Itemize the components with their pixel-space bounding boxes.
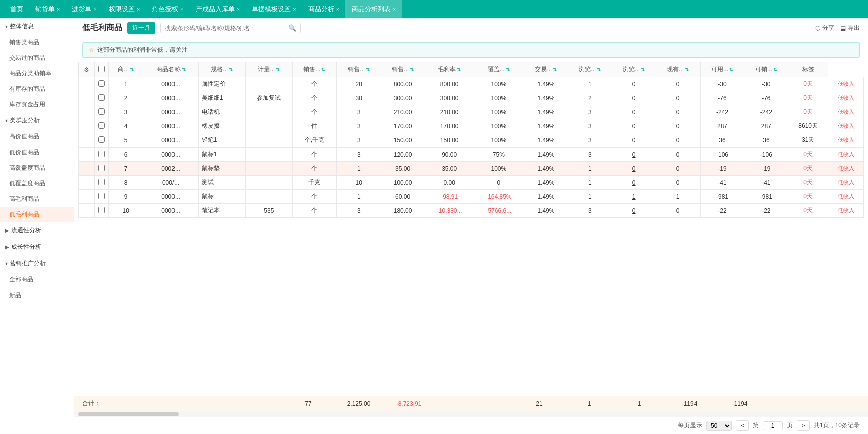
nav-goods-analysis-list[interactable]: 商品分析列表 × [345, 0, 402, 18]
col-spec: 规格...⇅ [198, 62, 245, 77]
row-name[interactable]: 橡皮擦 [198, 119, 245, 133]
sidebar-group-growth[interactable]: ▶ 成长性分析 [0, 239, 74, 255]
nav-role-close[interactable]: × [180, 6, 183, 12]
sidebar-item-low-coverage[interactable]: 低覆盖度商品 [0, 176, 74, 191]
row-checkbox[interactable] [98, 108, 105, 115]
search-input[interactable] [165, 25, 288, 32]
current-page-input[interactable] [763, 421, 783, 430]
row-cover-rate: 1.49% [524, 162, 568, 176]
row-checkbox-cell [95, 77, 109, 91]
page-title: 低毛利商品 [82, 23, 122, 33]
sidebar-item-high-profit[interactable]: 高毛利商品 [0, 191, 74, 207]
nav-sales[interactable]: 销货单 × [29, 0, 66, 18]
col-trade-count: 交易...⇅ [524, 62, 568, 77]
sidebar-item-category-rate[interactable]: 商品分类助销率 [0, 66, 74, 81]
row-number: 2 [109, 91, 143, 105]
nav-template-close[interactable]: × [293, 6, 296, 12]
row-name[interactable]: 属性定价 [198, 77, 245, 91]
row-browse1[interactable]: 0 [612, 162, 656, 176]
nav-product-entry-close[interactable]: × [237, 6, 240, 12]
next-page-btn[interactable]: ＞ [797, 420, 810, 431]
row-name[interactable]: 电话机 [198, 105, 245, 119]
row-checkbox[interactable] [98, 151, 105, 157]
row-browse1[interactable]: 0 [612, 204, 656, 218]
nav-sales-close[interactable]: × [57, 6, 60, 12]
table-row: 6 0000... 鼠标1 个 3 120.00 90.00 75% 1.49%… [79, 148, 864, 162]
row-sales-price: 170.00 [381, 119, 425, 133]
row-checkbox[interactable] [98, 193, 105, 199]
nav-product-entry[interactable]: 产成品入库单 × [190, 0, 246, 18]
nav-home[interactable]: 首页 [4, 0, 29, 18]
row-checkbox[interactable] [98, 80, 105, 87]
sidebar-item-all-goods[interactable]: 全部商品 [0, 272, 74, 287]
sidebar-group-marketing[interactable]: ▾ 营销推广分析 [0, 255, 74, 272]
nav-permission-close[interactable]: × [137, 6, 140, 12]
nav-goods-analysis[interactable]: 商品分析 × [302, 0, 345, 18]
sidebar-item-high-value[interactable]: 高价值商品 [0, 129, 74, 144]
row-browse1[interactable]: 0 [612, 148, 656, 162]
col-checkbox[interactable] [95, 62, 109, 77]
row-name[interactable]: 测试 [198, 176, 245, 190]
row-name[interactable]: 鼠标1 [198, 148, 245, 162]
row-current-stock: -22 [700, 204, 744, 218]
row-name[interactable]: 鼠标 [198, 190, 245, 204]
sidebar-item-stock-capital[interactable]: 库存资金占用 [0, 97, 74, 112]
row-name[interactable]: 鼠标垫 [198, 162, 245, 176]
row-browse1[interactable]: 0 [612, 176, 656, 190]
sidebar-item-new-goods[interactable]: 新品 [0, 287, 74, 303]
row-sales-qty: 20 [336, 77, 381, 91]
row-name[interactable]: 笔记本 [198, 204, 245, 218]
sidebar-item-high-coverage[interactable]: 高覆盖度商品 [0, 160, 74, 176]
page-unit-label: 页 [787, 421, 793, 430]
footer-total-label: 合计： [82, 399, 100, 408]
row-checkbox[interactable] [98, 207, 105, 213]
row-checkbox-cell [95, 204, 109, 218]
share-btn[interactable]: ⬡ 分享 [815, 24, 834, 32]
row-browse1[interactable]: 0 [612, 77, 656, 91]
nav-purchase[interactable]: 进货单 × [66, 0, 102, 18]
search-icon[interactable]: 🔍 [288, 24, 296, 32]
row-checkbox[interactable] [98, 122, 105, 129]
row-browse1[interactable]: 1 [612, 190, 656, 204]
row-gross-rate: 100% [474, 162, 524, 176]
col-settings[interactable]: ⚙ [79, 62, 95, 77]
page-size-select[interactable]: 50 100 200 [706, 421, 732, 431]
sidebar-item-sales-goods[interactable]: 销售类商品 [0, 35, 74, 50]
row-browse2: 0 [656, 176, 700, 190]
row-checkbox-cell [95, 133, 109, 148]
sidebar-item-traded-goods[interactable]: 交易过的商品 [0, 50, 74, 66]
nav-permission[interactable]: 权限设置 × [103, 0, 146, 18]
filter-recent-month-btn[interactable]: 近一月 [127, 22, 155, 34]
nav-goods-analysis-close[interactable]: × [336, 6, 339, 12]
bottom-scrollbar[interactable] [74, 411, 868, 417]
sidebar-group-overall[interactable]: ▾ 整体信息 [0, 18, 74, 35]
row-checkbox[interactable] [98, 179, 105, 185]
row-browse1[interactable]: 0 [612, 105, 656, 119]
nav-role[interactable]: 角色授权 × [146, 0, 189, 18]
row-checkbox[interactable] [98, 94, 105, 101]
sidebar-group-circulation[interactable]: ▶ 流通性分析 [0, 222, 74, 239]
scroll-thumb[interactable] [78, 412, 179, 416]
row-name[interactable]: 铅笔1 [198, 133, 245, 148]
row-browse1[interactable]: 0 [612, 133, 656, 148]
warning-icon: ☆ [89, 47, 94, 54]
prev-page-btn[interactable]: ＜ [736, 420, 749, 431]
row-browse1[interactable]: 0 [612, 91, 656, 105]
row-checkbox[interactable] [98, 136, 105, 143]
sidebar-item-stocked-goods[interactable]: 有库存的商品 [0, 81, 74, 97]
nav-template[interactable]: 单据模板设置 × [246, 0, 302, 18]
sidebar-group-cluster[interactable]: ▾ 类群度分析 [0, 112, 74, 129]
select-all-checkbox[interactable] [98, 66, 105, 72]
row-browse1[interactable]: 0 [612, 119, 656, 133]
nav-purchase-close[interactable]: × [93, 6, 96, 12]
export-btn[interactable]: ⬓ 导出 [840, 24, 860, 32]
notice-bar: ☆ 这部分商品的利润非常低，请关注 [82, 42, 860, 58]
row-unit: 个 [292, 91, 336, 105]
row-available: -19 [744, 162, 788, 176]
sidebar-item-low-value[interactable]: 低价值商品 [0, 144, 74, 160]
nav-goods-analysis-list-close[interactable]: × [393, 6, 396, 12]
sidebar-item-low-profit[interactable]: 低毛利商品 [0, 207, 74, 222]
row-checkbox[interactable] [98, 165, 105, 171]
row-name[interactable]: 吴细细1 [198, 91, 245, 105]
row-browse2: 0 [656, 133, 700, 148]
